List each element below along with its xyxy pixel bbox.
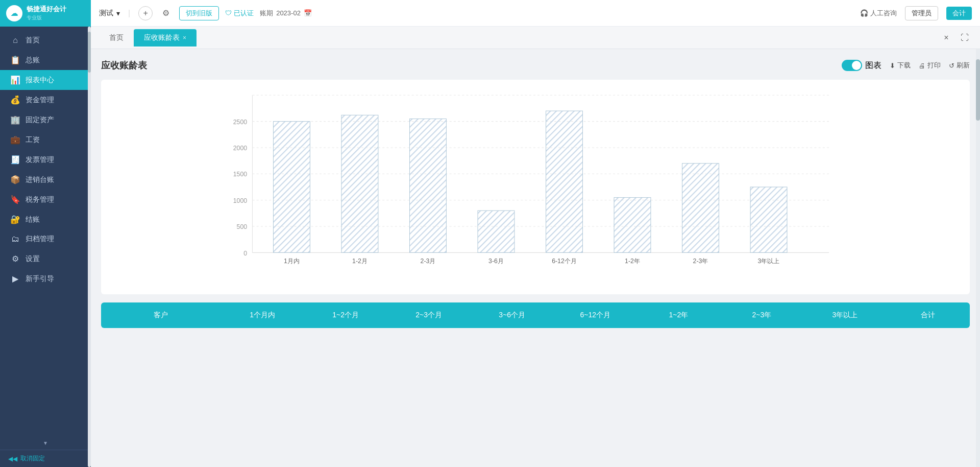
sidebar-nav: ⌂ 首页 📋 总账 📊 报表中心 💰 资金管理 🏢 固定资产 💼 工资 🧾 发票… (0, 27, 91, 436)
manager-button[interactable]: 管理员 (905, 6, 938, 20)
svg-text:1500: 1500 (233, 171, 248, 178)
tab-home-label: 首页 (109, 33, 124, 42)
consult-label: 人工咨询 (870, 9, 897, 18)
tab-home[interactable]: 首页 (99, 29, 134, 46)
chevron-down-icon: ▾ (116, 9, 120, 17)
svg-text:2-3月: 2-3月 (421, 258, 436, 265)
svg-text:1000: 1000 (233, 197, 248, 204)
bar-chart: 0 500 1000 1500 2000 2500 1月内 1-2月 (116, 90, 954, 284)
project-selector[interactable]: 测试 ▾ (99, 9, 120, 18)
table-header: 客户1个月内1~2个月2~3个月3~6个月6~12个月1~2年2~3年3年以上合… (101, 302, 970, 328)
sidebar-item-reports[interactable]: 📊 报表中心 (0, 70, 91, 90)
nav-icon-funds: 💰 (10, 95, 20, 105)
chart-container: 0 500 1000 1500 2000 2500 1月内 1-2月 (101, 80, 970, 294)
tabs-bar: 首页 应收账龄表 × × ⛶ (91, 27, 980, 49)
calendar-icon[interactable]: 📅 (304, 9, 312, 17)
sidebar-item-newguide[interactable]: ▶ 新手引导 (0, 269, 91, 289)
svg-text:1-2年: 1-2年 (625, 258, 640, 265)
table-header-cell-6: 1~2年 (637, 302, 720, 328)
bar-1month (273, 122, 310, 253)
nav-label-archive: 归档管理 (26, 235, 54, 244)
page-header: 应收账龄表 图表 ⬇ 下载 🖨 打印 ↺ 刷新 (101, 59, 970, 72)
refresh-icon: ↺ (949, 62, 954, 69)
download-label: 下载 (897, 61, 911, 70)
tab-close-icon[interactable]: × (183, 34, 186, 41)
nav-label-reports: 报表中心 (26, 76, 54, 85)
nav-icon-assets: 🏢 (10, 115, 20, 125)
sidebar-item-close[interactable]: 🔐 结账 (0, 209, 91, 229)
logo-name: 畅捷通好会计 (27, 5, 66, 14)
nav-icon-ledger: 📋 (10, 55, 20, 65)
sidebar-item-archive[interactable]: 🗂 归档管理 (0, 229, 91, 249)
table-header-cell-3: 2~3个月 (387, 302, 471, 328)
role-button[interactable]: 会计 (946, 7, 972, 20)
nav-icon-payroll: 💼 (10, 135, 20, 145)
sidebar-item-payroll[interactable]: 💼 工资 (0, 130, 91, 150)
download-button[interactable]: ⬇ 下载 (890, 61, 911, 70)
old-version-button[interactable]: 切到旧版 (179, 6, 219, 20)
sidebar-item-tax[interactable]: 🔖 税务管理 (0, 190, 91, 209)
table-header-cell-5: 6~12个月 (554, 302, 637, 328)
svg-text:3-6月: 3-6月 (488, 258, 504, 265)
print-label: 打印 (927, 61, 941, 70)
sidebar-item-invoice[interactable]: 🧾 发票管理 (0, 150, 91, 170)
content-scrollbar-thumb (976, 59, 980, 121)
refresh-button[interactable]: ↺ 刷新 (949, 61, 970, 70)
period-label: 账期 (260, 9, 273, 18)
nav-icon-archive: 🗂 (10, 235, 20, 244)
consult-button[interactable]: 🎧 人工咨询 (860, 9, 897, 18)
settings-icon[interactable]: ⚙ (159, 6, 173, 20)
topbar-divider: | (128, 9, 130, 18)
table-header-cell-7: 2~3年 (720, 302, 803, 328)
svg-text:500: 500 (237, 223, 248, 230)
add-project-button[interactable]: + (138, 6, 153, 20)
toggle-track[interactable] (842, 60, 862, 71)
nav-label-funds: 资金管理 (26, 96, 54, 105)
nav-label-tax: 税务管理 (26, 195, 54, 204)
bar-1-2year (614, 198, 651, 253)
certified-label: 已认证 (234, 9, 254, 18)
svg-text:0: 0 (243, 250, 247, 257)
nav-icon-tax: 🔖 (10, 195, 20, 204)
bar-2-3year (682, 164, 719, 253)
sidebar-item-assets[interactable]: 🏢 固定资产 (0, 110, 91, 130)
nav-label-assets: 固定资产 (26, 115, 54, 125)
table-header-cell-9: 合计 (887, 302, 970, 328)
sidebar-footer[interactable]: ◀◀ 取消固定 (0, 450, 91, 467)
table-header-cell-4: 3~6个月 (471, 302, 554, 328)
print-icon: 🖨 (919, 62, 925, 69)
nav-icon-settings: ⚙ (10, 254, 20, 264)
sidebar-logo: ☁ 畅捷通好会计 专业版 (0, 0, 91, 27)
cancel-fixed-label: 取消固定 (20, 454, 45, 463)
topbar: 测试 ▾ | + ⚙ 切到旧版 🛡 已认证 账期 2023-02 📅 🎧 人工咨… (91, 0, 980, 27)
sidebar-item-funds[interactable]: 💰 资金管理 (0, 90, 91, 110)
sidebar-item-stock[interactable]: 📦 进销台账 (0, 170, 91, 190)
content-scrollbar[interactable] (976, 49, 980, 467)
svg-text:2500: 2500 (233, 119, 248, 126)
window-expand-button[interactable]: ⛶ (958, 31, 972, 45)
chart-toggle[interactable]: 图表 (842, 60, 881, 71)
print-button[interactable]: 🖨 打印 (919, 61, 941, 70)
nav-icon-newguide: ▶ (10, 274, 20, 284)
shield-icon: 🛡 (225, 9, 232, 17)
sidebar-item-settings[interactable]: ⚙ 设置 (0, 249, 91, 269)
nav-icon-close: 🔐 (10, 215, 20, 224)
refresh-label: 刷新 (957, 61, 970, 70)
tab-ar-aging[interactable]: 应收账龄表 × (134, 29, 197, 46)
svg-text:3年以上: 3年以上 (758, 258, 780, 265)
page-title: 应收账龄表 (101, 59, 147, 72)
table-header-cell-0: 客户 (101, 302, 221, 328)
topbar-right: 🎧 人工咨询 管理员 会计 (860, 6, 972, 20)
sidebar-item-ledger[interactable]: 📋 总账 (0, 50, 91, 70)
sidebar-scroll-down[interactable]: ▾ (0, 436, 91, 450)
download-icon: ⬇ (890, 62, 895, 69)
svg-text:6-12个月: 6-12个月 (552, 258, 577, 265)
window-close-button[interactable]: × (939, 31, 953, 45)
nav-label-ledger: 总账 (26, 56, 40, 65)
nav-icon-reports: 📊 (10, 75, 20, 85)
table-header-cell-8: 3年以上 (803, 302, 887, 328)
sidebar-item-home[interactable]: ⌂ 首页 (0, 31, 91, 50)
svg-text:2-3年: 2-3年 (693, 258, 708, 265)
nav-label-settings: 设置 (26, 254, 40, 264)
logo-text-block: 畅捷通好会计 专业版 (27, 5, 66, 22)
